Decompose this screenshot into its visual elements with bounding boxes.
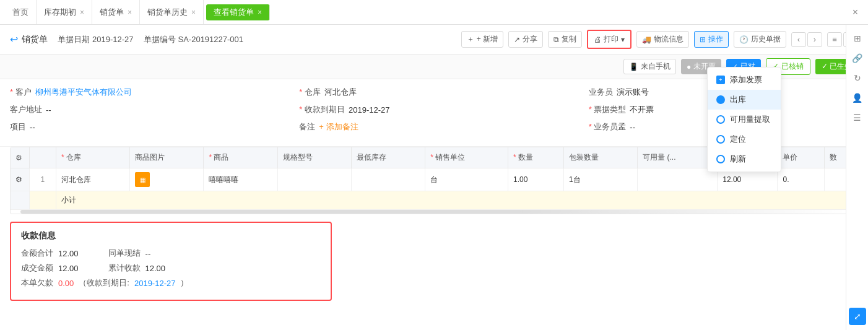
available-qty-icon [716, 115, 725, 124]
owed-item: 本单欠款 0.00 （收款到期日: 2019-12-27 ） [21, 277, 188, 289]
operations-button[interactable]: ⊞ 操作 [694, 31, 729, 48]
from-phone-button[interactable]: 📱 来自手机 [623, 59, 676, 74]
list-view-btn[interactable]: ≡ [827, 32, 842, 47]
owed-note-close: ） [180, 277, 188, 289]
total-amount-label: 金额合计 [21, 248, 53, 259]
print-highlight-box: 🖨 打印 ▾ [587, 30, 631, 49]
tab-inventory-close[interactable]: × [80, 8, 84, 17]
tab-sales-order[interactable]: 销货单 × [92, 0, 140, 24]
address-field: 客户地址 -- [10, 104, 279, 115]
available-qty-item[interactable]: 可用量提取 [708, 110, 781, 129]
staff-value: 演示账号 [617, 87, 649, 98]
cumulative-value: 12.00 [145, 264, 166, 273]
owed-date: 2019-12-27 [134, 279, 176, 288]
project-value: -- [30, 123, 35, 132]
transaction-value: 12.00 [58, 264, 79, 273]
global-close-button[interactable]: × [848, 7, 863, 18]
customer-value[interactable]: 柳州粤港平安气体有限公司 [35, 87, 132, 98]
refresh-icon [716, 155, 725, 163]
add-invoice-item[interactable]: + 添加发票 [708, 70, 781, 90]
col-min-stock: 最低库存 [351, 147, 425, 168]
subtotal-num [29, 191, 56, 210]
due-date-value: 2019-12-27 [349, 105, 390, 115]
tab-home[interactable]: 首页 [5, 0, 37, 24]
address-value: -- [46, 105, 51, 115]
sidebar-expand-icon[interactable]: ⤢ [849, 308, 866, 325]
staff-label: 业务员 [589, 87, 613, 98]
refresh-label: 刷新 [730, 154, 746, 165]
sidebar-user-icon[interactable]: 👤 [849, 89, 866, 106]
truck-icon: 🚚 [642, 35, 651, 44]
outbound-item[interactable]: 出库 [708, 90, 781, 110]
prev-arrow[interactable]: ‹ [791, 32, 806, 47]
sidebar-link-icon[interactable]: 🔗 [849, 50, 866, 67]
locate-icon [716, 135, 725, 144]
share-button[interactable]: ↗ 分享 [508, 31, 543, 48]
sidebar-refresh-icon[interactable]: ↻ [849, 69, 866, 87]
next-arrow[interactable]: › [807, 32, 822, 47]
payment-row-3: 本单欠款 0.00 （收款到期日: 2019-12-27 ） [21, 277, 321, 289]
tab-sales-history-close[interactable]: × [191, 8, 196, 17]
col-product-img: 商品图片 [130, 147, 204, 168]
customer-label: 客户 [10, 87, 32, 98]
col-gear: ⚙ [11, 147, 29, 168]
warehouse-label: 仓库 [299, 87, 321, 98]
owed-label: 本单欠款 [21, 277, 53, 289]
row-min-stock [351, 168, 425, 191]
history-button[interactable]: 🕐 历史单据 [734, 31, 786, 48]
print-button[interactable]: 🖨 打印 ▾ [589, 32, 630, 47]
operations-dropdown: + 添加发票 出库 可用量提取 定位 刷新 [707, 67, 781, 172]
tab-sales-history-label: 销货单历史 [147, 7, 188, 18]
payment-title: 收款信息 [21, 230, 321, 241]
add-invoice-label: 添加发票 [730, 74, 762, 85]
copy-button[interactable]: ⧉ 复制 [548, 31, 582, 48]
sidebar-grid-icon[interactable]: ⊞ [849, 30, 866, 47]
due-date-label: 收款到期日 [299, 104, 345, 115]
tab-sales-history[interactable]: 销货单历史 × [140, 0, 204, 24]
tab-view-sales[interactable]: 查看销货单 × [206, 4, 270, 20]
col-spec: 规格型号 [277, 147, 351, 168]
same-order-item: 同单现结 -- [108, 248, 151, 259]
salesperson-value: -- [630, 123, 635, 132]
subtotal-label: 小计 [56, 191, 857, 210]
row-product-img: ▦ [130, 168, 204, 191]
tab-inventory-start[interactable]: 库存期初 × [37, 0, 92, 24]
row-pack-qty: 1台 [563, 168, 637, 191]
due-date-field: 收款到期日 2019-12-27 [299, 104, 568, 115]
doc-header: ↩ 销货单 单据日期 2019-12-27 单据编号 SA-20191227-0… [0, 25, 868, 54]
tab-view-sales-close[interactable]: × [258, 8, 262, 17]
col-num [29, 147, 56, 168]
cumulative-label: 累计收款 [108, 263, 141, 274]
doc-meta: 单据日期 2019-12-27 单据编号 SA-20191227-001 [58, 34, 243, 45]
payment-section: 收款信息 金额合计 12.00 同单现结 -- 成交金额 12.00 累计收款 … [10, 222, 332, 301]
note-label: 备注 [299, 121, 315, 132]
add-invoice-icon: + [716, 76, 725, 84]
sidebar-list-icon[interactable]: ☰ [849, 109, 866, 126]
share-icon: ↗ [514, 35, 520, 44]
row-gear[interactable]: ⚙ [11, 168, 29, 191]
row-sales-unit: 台 [425, 168, 508, 191]
phone-icon: 📱 [629, 63, 638, 71]
salesperson-label: 业务员孟 [589, 121, 627, 132]
note-add-button[interactable]: + 添加备注 [319, 121, 358, 132]
warehouse-value: 河北仓库 [324, 87, 357, 98]
locate-label: 定位 [730, 134, 746, 145]
print-icon: 🖨 [594, 35, 601, 44]
total-amount-item: 金额合计 12.00 [21, 248, 79, 259]
col-quantity: 数量 [508, 147, 564, 168]
row-num: 1 [29, 168, 56, 191]
tab-inventory-label: 库存期初 [44, 7, 76, 18]
tab-bar: 首页 库存期初 × 销货单 × 销货单历史 × 查看销货单 × × [0, 0, 868, 25]
same-order-label: 同单现结 [108, 248, 141, 259]
col-sales-unit: 销售单位 [425, 147, 508, 168]
warehouse-field: 仓库 河北仓库 [299, 87, 568, 98]
col-product: 商品 [204, 147, 277, 168]
row-spec [277, 168, 351, 191]
logistics-button[interactable]: 🚚 物流信息 [636, 31, 689, 48]
col-available: 可用量 (... [638, 147, 718, 168]
tab-sales-order-close[interactable]: × [128, 8, 132, 17]
locate-item[interactable]: 定位 [708, 129, 781, 149]
refresh-item[interactable]: 刷新 [708, 149, 781, 169]
transaction-label: 成交金额 [21, 263, 53, 274]
add-button[interactable]: ＋ + 新增 [461, 31, 503, 48]
